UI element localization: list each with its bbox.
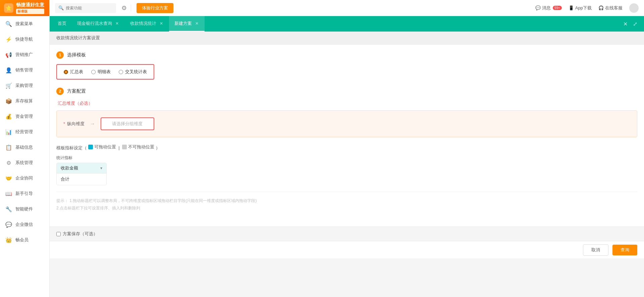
- download-icon: 📱: [569, 5, 574, 10]
- sidebar-item-sales[interactable]: 👤 销售管理: [0, 62, 49, 78]
- tab-home-label: 首页: [58, 20, 66, 27]
- sidebar-item-marketing[interactable]: 📢 营销推广: [0, 47, 49, 62]
- sidebar-item-quicknav[interactable]: ⚡ 快捷导航: [0, 32, 49, 47]
- sidebar-item-smart-hardware[interactable]: 🔧 智能硬件: [0, 201, 49, 217]
- sidebar-item-label: 销售管理: [15, 67, 33, 73]
- dimension-arrow: →: [90, 121, 95, 127]
- search-box[interactable]: 🔍: [55, 3, 116, 13]
- trial-button[interactable]: 体验行业方案: [137, 3, 173, 13]
- template-selection-box: 汇总表 明细表 交叉统计表: [56, 64, 154, 80]
- hint-area: 提示： 1.拖动标题栏可以调整布局，不可跨维度或指标区域拖动栏目字段(只能在同一…: [56, 192, 637, 212]
- sidebar-item-label: 快捷导航: [15, 36, 33, 42]
- dimension-area: * 纵向维度 → 请选择分组维度: [56, 110, 637, 137]
- content-area: 收款情况统计方案设置 1 选择模板 汇总表 明细表: [50, 32, 644, 297]
- metrics-header-separator: |: [118, 145, 119, 150]
- sidebar-item-system[interactable]: ⚙ 系统管理: [0, 155, 49, 170]
- sidebar-item-guide[interactable]: 📖 新手引导: [0, 186, 49, 201]
- topbar-right: 💬 消息 99+ 📱 App下载 🎧 在线客服: [535, 3, 639, 13]
- radio-detail-input[interactable]: [91, 70, 96, 74]
- cancel-button[interactable]: 取消: [583, 244, 608, 256]
- metrics-row-label: 合计: [57, 174, 106, 185]
- tab-collection-close[interactable]: ✕: [159, 20, 164, 27]
- sales-icon: 👤: [5, 67, 12, 73]
- dimension-placeholder-box[interactable]: 请选择分组维度: [101, 117, 154, 130]
- metrics-chevron-icon[interactable]: ▾: [100, 166, 102, 170]
- gear-icon[interactable]: ⚙: [121, 4, 127, 12]
- radio-detail[interactable]: 明细表: [91, 69, 111, 75]
- tabbar: 首页 现金银行流水查询 ✕ 收款情况统计 ✕ 新建方案 ✕ ✕ ⤢: [50, 16, 644, 32]
- tab-collection-label: 收款情况统计: [130, 20, 156, 27]
- required-mark: *: [63, 121, 65, 126]
- footer-buttons: 取消 查询: [50, 241, 644, 258]
- radio-summary[interactable]: 汇总表: [64, 69, 83, 75]
- radio-cross-input[interactable]: [119, 70, 123, 74]
- purchase-icon: 🛒: [5, 83, 12, 89]
- support-icon: 🎧: [598, 5, 604, 10]
- sidebar-item-basic-info[interactable]: 📋 基础信息: [0, 140, 49, 155]
- tab-cashflow-close[interactable]: ✕: [115, 20, 119, 27]
- sidebar-item-label: 营销推广: [15, 52, 33, 58]
- user-avatar[interactable]: [629, 3, 639, 13]
- tabbar-actions: ✕ ⤢: [622, 16, 641, 32]
- finance-icon: 💰: [5, 113, 12, 120]
- smart-hardware-icon: 🔧: [5, 206, 12, 212]
- download-label: App下载: [575, 5, 592, 11]
- sidebar-item-label: 资金管理: [15, 113, 33, 119]
- tab-collection[interactable]: 收款情况统计 ✕: [125, 16, 169, 32]
- sidebar-item-enterprise-collab[interactable]: 🤝 企业协同: [0, 170, 49, 186]
- app-name: 畅捷通好生意: [16, 2, 44, 8]
- hint-text: 提示： 1.拖动标题栏可以调整布局，不可跨维度或指标区域拖动栏目字段(只能在同一…: [56, 197, 637, 212]
- sidebar-item-label: 搜索菜单: [15, 21, 33, 27]
- metrics-layout: 统计指标 收款金额 ▾ 合计: [56, 155, 637, 186]
- search-icon: 🔍: [5, 21, 12, 27]
- radio-summary-input[interactable]: [64, 70, 68, 74]
- tab-cashflow[interactable]: 现金银行流水查询 ✕: [72, 16, 125, 32]
- dimension-row: * 纵向维度 → 请选择分组维度: [63, 117, 154, 130]
- sidebar-item-label: 系统管理: [15, 160, 33, 166]
- tab-new-plan[interactable]: 新建方案 ✕: [169, 16, 205, 32]
- save-option-label: 方案保存（可选）: [63, 231, 98, 237]
- radio-cross-label: 交叉统计表: [125, 69, 147, 75]
- breadcrumb-text: 收款情况统计方案设置: [56, 35, 100, 40]
- support-item[interactable]: 🎧 在线客服: [598, 5, 623, 11]
- maximize-btn[interactable]: ⤢: [632, 19, 639, 29]
- sidebar-item-management[interactable]: 📊 经营管理: [0, 124, 49, 140]
- hint-title-row: 提示： 1.拖动标题栏可以调整布局，不可跨维度或指标区域拖动栏目字段(只能在同一…: [56, 197, 637, 205]
- sidebar-item-inventory[interactable]: 📦 库存核算: [0, 93, 49, 109]
- content-body: 1 选择模板 汇总表 明细表 交叉统计表: [50, 45, 644, 227]
- main-area: 🔍 ⚙ 体验行业方案 💬 消息 99+ 📱 App下载 🎧 在线客服: [50, 0, 644, 297]
- query-button[interactable]: 查询: [612, 245, 637, 255]
- vip-icon: 👑: [5, 237, 12, 243]
- metrics-table-header[interactable]: 收款金额 ▾: [57, 163, 106, 174]
- marketing-icon: 📢: [5, 52, 12, 58]
- save-checkbox-input[interactable]: [56, 232, 61, 236]
- tab-home[interactable]: 首页: [52, 16, 72, 32]
- notification-badge: 99+: [553, 6, 562, 10]
- sidebar-item-search[interactable]: 🔍 搜索菜单: [0, 16, 49, 32]
- search-input[interactable]: [66, 6, 113, 10]
- notification-item[interactable]: 💬 消息 99+: [535, 5, 562, 11]
- notification-label: 消息: [542, 5, 551, 11]
- metrics-section-label: 统计指标: [56, 155, 107, 161]
- metrics-settings-label: 模板指标设定（ 可拖动位置 | 不可拖动位置 ）: [56, 144, 160, 151]
- save-option-checkbox[interactable]: 方案保存（可选）: [56, 231, 98, 237]
- metrics-header: 模板指标设定（ 可拖动位置 | 不可拖动位置 ）: [56, 144, 637, 151]
- sidebar-item-label: 企业微信: [15, 221, 33, 228]
- sidebar-item-finance[interactable]: 💰 资金管理: [0, 109, 49, 124]
- search-icon: 🔍: [58, 5, 64, 10]
- sidebar-item-wechat[interactable]: 💬 企业微信: [0, 217, 49, 232]
- hint-title: 提示：: [56, 198, 68, 203]
- support-label: 在线客服: [605, 5, 623, 11]
- sidebar-item-label: 畅会员: [15, 237, 29, 243]
- notification-icon: 💬: [535, 5, 541, 10]
- close-window-btn[interactable]: ✕: [622, 19, 629, 29]
- step1-header: 1 选择模板: [56, 51, 637, 59]
- sidebar-item-label: 库存核算: [15, 98, 33, 104]
- tab-new-plan-close[interactable]: ✕: [195, 20, 199, 27]
- metrics-col-label: 收款金额: [61, 165, 78, 171]
- radio-cross[interactable]: 交叉统计表: [119, 69, 147, 75]
- sidebar-item-purchase[interactable]: 🛒 采购管理: [0, 78, 49, 93]
- sidebar-item-vip[interactable]: 👑 畅会员: [0, 232, 49, 248]
- basic-info-icon: 📋: [5, 144, 12, 151]
- download-item[interactable]: 📱 App下载: [569, 5, 592, 11]
